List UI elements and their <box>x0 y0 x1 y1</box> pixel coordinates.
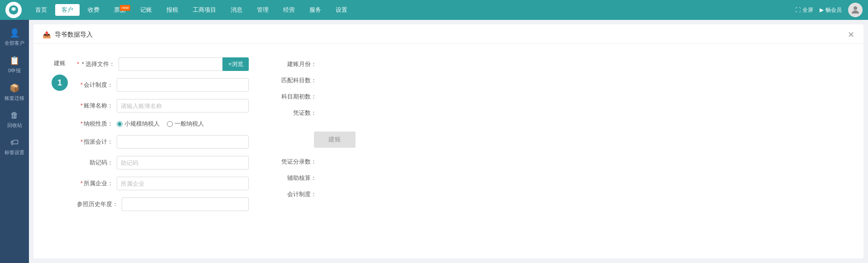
voucher-entries-row: 凭证分录数： <box>276 158 394 166</box>
fullscreen-button[interactable]: ⛶ 全屏 <box>795 6 813 14</box>
page-wrapper: 📤 导爷数据导入 ✕ 建账 1 * <box>33 24 863 258</box>
member-icon: ▶ <box>820 7 824 13</box>
accountant-label: *指派会计： <box>77 138 113 146</box>
history-year-select[interactable] <box>122 197 249 211</box>
month-label: 建账月份： <box>276 60 317 68</box>
subject-initial-label: 科目期初数： <box>276 93 317 101</box>
upload-icon: 📤 <box>43 31 51 39</box>
logo[interactable] <box>5 2 22 18</box>
top-nav: 首页 客户 收费 票据 new 记账 报税 工商项目 消息 管理 经营 服务 设… <box>0 0 868 20</box>
nav-item-settings[interactable]: 设置 <box>329 4 354 16</box>
nav-item-message[interactable]: 消息 <box>224 4 249 16</box>
general-taxpayer-label[interactable]: 一般纳税人 <box>167 120 204 128</box>
step-label: 建账 <box>54 59 66 67</box>
sidebar-item-trash[interactable]: 🗑 回收站 <box>0 106 29 133</box>
accountant-select[interactable] <box>117 135 249 149</box>
company-input[interactable] <box>117 177 249 190</box>
nav-item-operation[interactable]: 经营 <box>277 4 301 16</box>
page-title-area: 📤 导爷数据导入 <box>43 31 93 39</box>
create-account-button[interactable]: 建账 <box>314 132 356 148</box>
svg-point-2 <box>854 6 857 10</box>
fullscreen-icon: ⛶ <box>795 7 801 13</box>
new-badge: new <box>120 5 130 11</box>
tax-nature-row: *纳税性质： 小规模纳税人 一般纳税人 <box>77 120 249 128</box>
voucher-row: 凭证数： <box>276 109 394 117</box>
small-taxpayer-radio[interactable] <box>117 121 123 127</box>
info-panel: 建账月份： 匹配科目数： 科目期初数： 凭证数： <box>276 57 394 211</box>
page-header: 📤 导爷数据导入 ✕ <box>33 24 863 44</box>
step-badge: 1 <box>52 75 68 91</box>
accountant-row: *指派会计： <box>77 135 249 149</box>
memo-label: 助记码： <box>77 159 113 167</box>
layout: 👤 全部客户 📋 0申报 📦 账套迁移 🗑 回收站 🏷 标签设置 📤 导爷 <box>0 20 868 263</box>
form-left: 建账 1 * * 选择文件： +浏览 <box>52 57 249 211</box>
user-avatar[interactable] <box>848 3 863 17</box>
fullscreen-label: 全屏 <box>802 6 813 14</box>
ledger-name-label: *账簿名称： <box>77 102 113 110</box>
nav-item-invoice[interactable]: 票据 new <box>108 4 132 16</box>
nav-item-client[interactable]: 客户 <box>55 4 80 16</box>
close-button[interactable]: ✕ <box>848 31 854 39</box>
sidebar-item-zero-declare[interactable]: 📋 0申报 <box>0 51 29 79</box>
member-button[interactable]: ▶ 畅会员 <box>820 6 842 14</box>
svg-point-1 <box>13 8 15 10</box>
tax-nature-radio-group: 小规模纳税人 一般纳税人 <box>117 120 249 128</box>
history-year-label: 参照历史年度： <box>77 200 118 208</box>
file-row: * * 选择文件： +浏览 <box>77 57 249 71</box>
nav-item-service[interactable]: 服务 <box>303 4 327 16</box>
form-grid: * * 选择文件： +浏览 *会计制度： <box>77 57 249 211</box>
nav-item-fee[interactable]: 收费 <box>81 4 106 16</box>
match-subjects-label: 匹配科目数： <box>276 76 317 85</box>
tag-icon: 🏷 <box>10 138 19 147</box>
nav-item-home[interactable]: 首页 <box>29 4 53 16</box>
company-label: *所属企业： <box>77 179 113 188</box>
info-accounting-system-row: 会计制度： <box>276 190 394 198</box>
nav-item-manage[interactable]: 管理 <box>251 4 275 16</box>
accounting-system-label: *会计制度： <box>77 81 113 89</box>
file-input[interactable] <box>119 57 223 71</box>
browse-button[interactable]: +浏览 <box>223 57 249 71</box>
tax-nature-label: *纳税性质： <box>77 120 113 128</box>
file-input-group: +浏览 <box>119 57 249 71</box>
sidebar-item-label: 全部客户 <box>5 40 24 47</box>
nav-right: ⛶ 全屏 ▶ 畅会员 <box>795 3 863 17</box>
company-row: *所属企业： <box>77 177 249 190</box>
form-area: 建账 1 * * 选择文件： +浏览 <box>33 44 863 225</box>
voucher-entries-label: 凭证分录数： <box>276 158 317 166</box>
sidebar-item-label: 0申报 <box>8 67 21 74</box>
sidebar: 👤 全部客户 📋 0申报 📦 账套迁移 🗑 回收站 🏷 标签设置 <box>0 20 29 263</box>
match-subjects-row: 匹配科目数： <box>276 76 394 85</box>
small-taxpayer-label[interactable]: 小规模纳税人 <box>117 120 160 128</box>
subject-initial-row: 科目期初数： <box>276 93 394 101</box>
auxiliary-label: 辅助核算： <box>276 174 317 182</box>
all-clients-icon: 👤 <box>9 28 19 38</box>
zero-declare-icon: 📋 <box>9 56 19 66</box>
sidebar-item-label: 回收站 <box>7 122 22 129</box>
page-title: 导爷数据导入 <box>55 31 93 39</box>
member-label: 畅会员 <box>825 6 842 14</box>
sidebar-item-migrate[interactable]: 📦 账套迁移 <box>0 79 29 106</box>
nav-item-tax[interactable]: 报税 <box>160 4 185 16</box>
sidebar-item-tags[interactable]: 🏷 标签设置 <box>0 133 29 160</box>
voucher-label: 凭证数： <box>276 109 317 117</box>
nav-item-business[interactable]: 工商项目 <box>186 4 223 16</box>
memo-input[interactable] <box>117 156 249 169</box>
migrate-icon: 📦 <box>9 83 19 93</box>
ledger-name-input[interactable] <box>117 99 249 113</box>
accounting-system-select[interactable] <box>117 78 249 92</box>
nav-item-bookkeeping[interactable]: 记账 <box>134 4 158 16</box>
info-accounting-system-label: 会计制度： <box>276 190 317 198</box>
history-year-row: 参照历史年度： <box>77 197 249 211</box>
file-label: * * 选择文件： <box>77 60 115 68</box>
auxiliary-row: 辅助核算： <box>276 174 394 182</box>
sidebar-item-label: 标签设置 <box>5 149 24 156</box>
month-row: 建账月份： <box>276 60 394 68</box>
memo-row: 助记码： <box>77 156 249 169</box>
general-taxpayer-radio[interactable] <box>167 121 173 127</box>
main-content: 📤 导爷数据导入 ✕ 建账 1 * <box>29 20 868 263</box>
sidebar-item-label: 账套迁移 <box>5 95 24 102</box>
accounting-system-row: *会计制度： <box>77 78 249 92</box>
nav-items: 首页 客户 收费 票据 new 记账 报税 工商项目 消息 管理 经营 服务 设… <box>29 4 795 16</box>
ledger-name-row: *账簿名称： <box>77 99 249 113</box>
sidebar-item-all-clients[interactable]: 👤 全部客户 <box>0 23 29 51</box>
